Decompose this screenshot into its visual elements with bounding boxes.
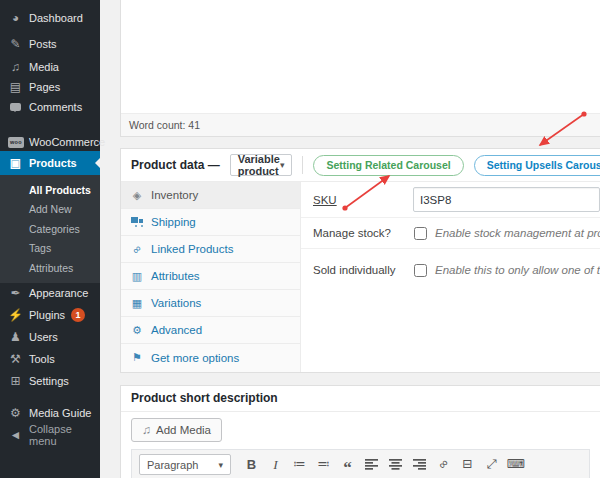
sidebar-item-label: WooCommerce <box>29 136 105 148</box>
posts-icon: ✎ <box>8 38 23 50</box>
sidebar-item-comments[interactable]: Comments <box>0 96 100 118</box>
chevron-down-icon: ▾ <box>280 160 285 170</box>
short-description-title: Product short description <box>121 386 600 412</box>
sidebar-item-media[interactable]: ♫ Media <box>0 56 100 78</box>
tab-label: Get more options <box>151 352 239 364</box>
tab-attributes[interactable]: ▥ Attributes <box>121 263 300 290</box>
tools-icon: ⚒ <box>8 353 23 365</box>
settings-icon: ⊞ <box>8 375 23 387</box>
plugins-icon: ⚡ <box>8 309 23 321</box>
tab-linked-products[interactable]: ∞ Linked Products <box>121 236 300 263</box>
sidebar-item-label: Settings <box>29 375 69 387</box>
sidebar-item-label: Users <box>29 331 58 343</box>
align-left-button[interactable] <box>361 454 382 475</box>
dashboard-icon: ◕ <box>8 12 23 24</box>
submenu-item-attributes[interactable]: Attributes <box>0 258 100 278</box>
submenu-item-tags[interactable]: Tags <box>0 239 100 259</box>
paragraph-format-value: Paragraph <box>147 459 198 471</box>
tab-label: Attributes <box>151 270 200 282</box>
sidebar-item-label: Dashboard <box>29 12 83 24</box>
sidebar-item-label: Plugins <box>29 309 65 321</box>
sidebar-item-collapse-menu[interactable]: ◄ Collapse menu <box>0 424 100 446</box>
chevron-down-icon: ▾ <box>218 460 223 470</box>
rocket-icon: ⚑ <box>130 352 144 363</box>
variations-grid-icon: ▦ <box>130 298 144 309</box>
align-left-icon <box>365 459 378 470</box>
sku-label: SKU <box>313 194 413 206</box>
inventory-fields: SKU Manage stock? Enable stock managemen… <box>301 182 600 372</box>
product-type-select[interactable]: Variable product ▾ <box>230 154 293 176</box>
read-more-tag-button[interactable]: ⊟ <box>457 454 478 475</box>
woocommerce-icon: woo <box>8 137 24 148</box>
sidebar-item-label: Comments <box>29 101 82 113</box>
setting-upsells-carousel-button[interactable]: Setting Upsells Carousel <box>474 155 600 176</box>
short-description-panel: Product short description ♫ Add Media Pa… <box>120 385 600 478</box>
tab-shipping[interactable]: Shipping <box>121 209 300 236</box>
italic-button[interactable]: I <box>265 454 286 475</box>
sidebar-item-woocommerce[interactable]: woo WooCommerce <box>0 131 100 153</box>
tab-label: Inventory <box>151 189 198 201</box>
pages-icon: ▤ <box>8 81 23 93</box>
truck-icon <box>130 217 144 228</box>
sold-individually-checkbox[interactable] <box>414 264 427 277</box>
sidebar-item-label: Products <box>29 157 77 169</box>
sidebar-item-label: Collapse menu <box>29 423 100 447</box>
setting-related-carousel-button[interactable]: Setting Related Carousel <box>313 155 463 176</box>
tab-advanced[interactable]: ⚙ Advanced <box>121 317 300 344</box>
tinymce-editor: Paragraph ▾ B I ≔ ≕ “ <box>131 449 590 478</box>
tab-label: Variations <box>151 297 201 309</box>
bullet-list-button[interactable]: ≔ <box>289 454 310 475</box>
align-right-button[interactable] <box>409 454 430 475</box>
tab-get-more-options[interactable]: ⚑ Get more options <box>121 344 300 371</box>
sidebar-item-appearance[interactable]: ✒ Appearance <box>0 282 100 304</box>
sidebar-item-pages[interactable]: ▤ Pages <box>0 76 100 98</box>
align-center-button[interactable] <box>385 454 406 475</box>
tab-variations[interactable]: ▦ Variations <box>121 290 300 317</box>
sidebar-item-plugins[interactable]: ⚡ Plugins 1 <box>0 304 100 326</box>
submenu-item-add-new[interactable]: Add New <box>0 200 100 220</box>
numbered-list-button[interactable]: ≕ <box>313 454 334 475</box>
paragraph-format-select[interactable]: Paragraph ▾ <box>139 454 231 475</box>
tab-label: Shipping <box>151 216 196 228</box>
sku-input[interactable] <box>413 187 600 212</box>
toolbar-toggle-button[interactable]: ⌨ <box>505 454 526 475</box>
sidebar-item-products[interactable]: ▣ Products <box>0 151 100 175</box>
add-media-button[interactable]: ♫ Add Media <box>131 418 222 442</box>
sidebar-item-settings[interactable]: ⊞ Settings <box>0 370 100 392</box>
sidebar-item-label: Appearance <box>29 287 88 299</box>
sidebar-item-media-guide[interactable]: ⚙ Media Guide <box>0 402 100 424</box>
product-data-title: Product data — <box>131 158 220 172</box>
plugins-update-badge: 1 <box>71 308 85 322</box>
bold-button[interactable]: B <box>241 454 262 475</box>
sidebar-item-dashboard[interactable]: ◕ Dashboard <box>0 7 100 29</box>
submenu-item-all-products[interactable]: All Products <box>0 180 100 200</box>
tab-label: Linked Products <box>151 243 233 255</box>
product-data-header: Product data — Variable product ▾ Settin… <box>121 149 600 182</box>
attributes-card-icon: ▥ <box>130 271 144 282</box>
admin-sidebar: ◕ Dashboard ✎ Posts ♫ Media ▤ Pages Comm… <box>0 0 100 478</box>
sidebar-item-users[interactable]: ♟ Users <box>0 326 100 348</box>
sidebar-item-tools[interactable]: ⚒ Tools <box>0 348 100 370</box>
align-right-icon <box>413 459 426 470</box>
sku-row: SKU <box>301 182 600 218</box>
sidebar-item-posts[interactable]: ✎ Posts <box>0 33 100 55</box>
editor-toolbar: Paragraph ▾ B I ≔ ≕ “ <box>132 450 589 478</box>
sidebar-item-label: Pages <box>29 81 60 93</box>
post-content-editor[interactable]: Word count: 41 <box>120 0 600 137</box>
sold-individually-description: Enable this to only allow one of this it… <box>435 264 600 276</box>
comments-icon <box>8 101 23 113</box>
chain-link-icon: ∞ <box>130 244 144 255</box>
product-data-tabs: ◈ Inventory Shipping ∞ Linked Products ▥… <box>121 182 301 372</box>
fullscreen-button[interactable]: ⤢ <box>481 454 502 475</box>
submenu-item-categories[interactable]: Categories <box>0 219 100 239</box>
tab-inventory[interactable]: ◈ Inventory <box>121 182 300 209</box>
insert-link-button[interactable]: ∞ <box>433 454 454 475</box>
main-content: Word count: 41 Product data — Variable p… <box>100 0 600 478</box>
manage-stock-checkbox[interactable] <box>414 227 427 240</box>
products-icon: ▣ <box>8 157 23 169</box>
align-center-icon <box>389 459 402 470</box>
collapse-arrow-icon: ◄ <box>8 429 23 441</box>
blockquote-button[interactable]: “ <box>337 451 358 478</box>
sidebar-item-label: Media <box>29 61 59 73</box>
media-icon: ♫ <box>8 61 23 73</box>
